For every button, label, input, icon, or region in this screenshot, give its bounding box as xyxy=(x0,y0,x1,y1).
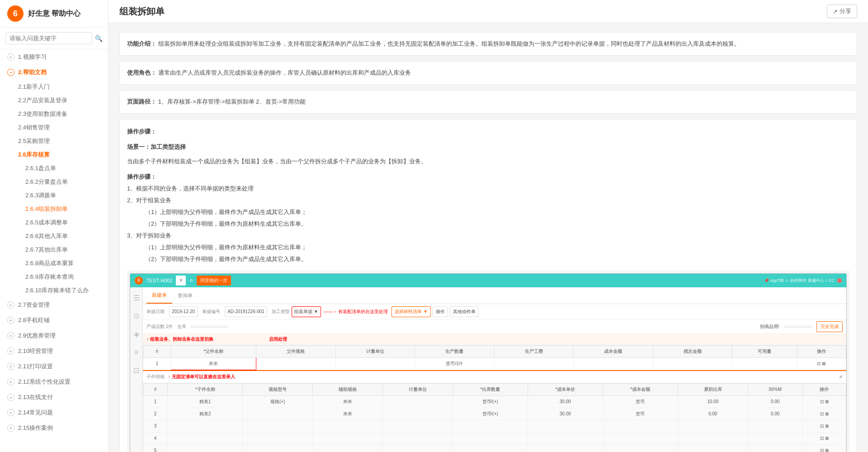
collapse-icon: − xyxy=(7,69,14,76)
sidebar-item-mobile[interactable]: + 2.8手机旺铺 xyxy=(0,313,108,328)
upper-table: # *父件名称 父件规格 计量单位 生产数量 生产工费 成本金额 残次金额 xyxy=(143,345,846,370)
tab-new[interactable]: 新建单 xyxy=(146,287,172,304)
lower-table-row: 5⊡ ⊠ xyxy=(143,445,846,452)
sidebar-item-pay[interactable]: + 2.13在线支付 xyxy=(0,390,108,405)
app-titlebar-id: TEST-H002 xyxy=(146,276,172,285)
sidebar-item-cases[interactable]: + 2.15操作案例 xyxy=(0,420,108,436)
sidebar-item-ops[interactable]: + 2.10经营管理 xyxy=(0,343,108,359)
step2-2: （2）下部明细为子件明细，最终作为原材料生成其它出库单。 xyxy=(127,218,849,230)
upper-td-name[interactable]: 米米 xyxy=(171,358,256,370)
sidebar-item-label: 2.帮助文档 xyxy=(18,68,47,76)
sidebar-item-label: 2.13在线支付 xyxy=(18,393,53,401)
sidebar-item-new[interactable]: 2.1新手入门 xyxy=(0,80,108,94)
close-icon[interactable] xyxy=(837,278,842,283)
sidebar-item-custom[interactable]: + 2.12系统个性化设置 xyxy=(0,374,108,390)
form-no-label: 单据编号 xyxy=(202,307,220,316)
sidebar-item-faq[interactable]: + 2.14常见问题 xyxy=(0,405,108,420)
step3-1: （1）上部明细为父件明细，最终作为原材料生成其它出库单； xyxy=(127,242,849,253)
app-dropdown: ▼ xyxy=(176,276,186,285)
sidebar-item-2.6.4[interactable]: 2.6.4组装拆卸单 xyxy=(0,202,108,216)
upper-th-seq: # xyxy=(143,346,171,358)
logo-icon: 6 xyxy=(7,5,24,22)
sidebar-item-2.6.10[interactable]: 2.6.10库存账本错了么办 xyxy=(0,284,108,297)
sidebar-item-label: 2.11打印设置 xyxy=(18,362,53,371)
expand-icon: + xyxy=(7,301,14,309)
sidebar-item-warehouse[interactable]: 2.6库存核算 xyxy=(0,148,108,162)
sidebar-item-purchase[interactable]: 2.5采购管理 xyxy=(0,134,108,148)
sidebar-item-2.6.9[interactable]: 2.6.9库存账本查询 xyxy=(0,270,108,284)
content-area: 功能介绍： 组装拆卸单用来处理企业组装或拆卸等加工业务，支持有固定装配清单的产品… xyxy=(108,23,868,452)
sidebar-item-finance[interactable]: + 2.7资金管理 xyxy=(0,297,108,313)
sidebar-item-video[interactable]: + 1.视频学习 xyxy=(0,49,108,65)
sidebar-item-install[interactable]: 2.2产品安装及登录 xyxy=(0,94,108,107)
btn-confirm[interactable]: 完全完成 xyxy=(816,321,843,332)
upper-th-fee: 生产工费 xyxy=(494,346,574,358)
form-date-label: 单据日期 xyxy=(146,307,165,316)
role-text: 通常由生产人员或库管人员完成拆装业务的操作，库管人员确认原材料的出库和产成品的入… xyxy=(158,69,411,76)
sidebar-item-label: 2.14常见问题 xyxy=(18,409,53,417)
sidebar-item-2.6.2[interactable]: 2.6.2分量盘点单 xyxy=(0,175,108,189)
sidebar-item-sales[interactable]: 2.4销售管理 xyxy=(0,121,108,134)
expand-icon: + xyxy=(7,347,14,355)
btn-select-material[interactable]: 选择材料清单 ▼ xyxy=(392,306,431,317)
form-type-label: 加工类型 xyxy=(272,307,290,316)
lower-table-row: 3⊡ ⊠ xyxy=(143,420,846,433)
upper-th-waste: 残次金额 xyxy=(653,346,732,358)
sidebar-item-print[interactable]: + 2.11打印设置 xyxy=(0,359,108,374)
search-input[interactable] xyxy=(5,32,92,44)
form-type-select[interactable]: 组装单据 ▼ xyxy=(292,306,321,317)
form-no-value[interactable]: AD-20191226-001 xyxy=(225,306,267,317)
btn-action2[interactable]: 其他动作单 xyxy=(450,306,479,317)
share-button[interactable]: ↗ 分享 xyxy=(827,5,857,18)
search-button[interactable]: 🔍 xyxy=(95,35,103,42)
sidebar-item-label: 2.7资金管理 xyxy=(18,301,50,309)
app-simulation: 6 TEST-H002 ▼ ⚙ 同里都的一次 📌 AppT助 ☺ 好的帮你 客服… xyxy=(130,273,847,452)
btn-action1[interactable]: 操作 xyxy=(433,306,448,317)
app-orange-btn[interactable]: 同里都的一次 xyxy=(197,276,231,285)
form-right-input[interactable] xyxy=(784,326,812,328)
app-sidebar-icon1: ☰ xyxy=(133,291,140,305)
lower-table: # *子件名称 规格型号 辅助规格 计量单位 *出库数量 *成本单价 xyxy=(143,383,846,452)
step1: 1、根据不同的业务，选择不同单据的类型来处理 xyxy=(127,183,849,195)
table-row: 1 米米 货币/1仟 xyxy=(143,358,846,370)
sidebar-item-data[interactable]: 2.3使用前数据准备 xyxy=(0,107,108,121)
app-sidebar-icon2: ⊙ xyxy=(133,309,139,324)
form-factory-label: 仓库 xyxy=(177,322,186,331)
sidebar-item-2.6.8[interactable]: 2.6.8商品成本重算 xyxy=(0,257,108,270)
share-label: 分享 xyxy=(840,7,851,15)
app-logo: 6 xyxy=(135,276,143,285)
form-right-label: 别填品用! xyxy=(760,322,779,331)
app-sidebar-icon3: ◈ xyxy=(134,327,139,342)
step2-1: （1）上部明细为父件明细，最终作为产成品生成其它入库单； xyxy=(127,206,849,218)
sidebar-item-docs[interactable]: − 2.帮助文档 xyxy=(0,65,108,80)
form-count-label: 产成品数 1件 xyxy=(146,322,173,331)
scene1-label: 场景一：加工类型选择 xyxy=(127,143,186,150)
tab-query[interactable]: 查询单 xyxy=(172,288,198,303)
form-date-value[interactable]: 2019-12-20 xyxy=(169,306,198,317)
nav-section: + 1.视频学习 − 2.帮助文档 2.1新手入门 2.2产品安装及登录 2.3… xyxy=(0,49,108,436)
sidebar-item-2.6.6[interactable]: 2.6.6其他入库单 xyxy=(0,229,108,243)
sidebar-item-label: 2.12系统个性化设置 xyxy=(18,378,71,386)
sidebar-item-coupon[interactable]: + 2.9优惠券管理 xyxy=(0,328,108,343)
upper-th-avail: 可用量 xyxy=(732,346,797,358)
sidebar-header: 6 好生意 帮助中心 xyxy=(0,0,108,28)
feature-intro-block: 功能介绍： 组装拆卸单用来处理企业组装或拆卸等加工业务，支持有固定装配清单的产品… xyxy=(119,32,857,56)
lower-table-section: 子件明细 ↑ 无固定清单可以直接在这里录入 ⤢ xyxy=(143,370,846,452)
sidebar-item-label: 2.15操作案例 xyxy=(18,424,53,432)
app-sidebar-icon4: ≡ xyxy=(134,345,138,360)
path-text: 1、库存核算->库存管理->组装拆卸单 2、首页->常用功能 xyxy=(158,98,306,105)
form-factory-input[interactable] xyxy=(191,326,228,328)
sidebar-item-2.6.7[interactable]: 2.6.7其他出库单 xyxy=(0,243,108,257)
lower-expand-icon: ⤢ xyxy=(839,372,843,381)
upper-th-qty: 生产数量 xyxy=(415,346,495,358)
steps-heading: 操作步骤： xyxy=(127,171,849,183)
logo-title: 好生意 帮助中心 xyxy=(28,9,80,19)
expand-icon: + xyxy=(7,409,14,416)
upper-th-cost: 成本金额 xyxy=(574,346,653,358)
sidebar-item-2.6.1[interactable]: 2.6.1盘点单 xyxy=(0,162,108,175)
role-block: 使用角色： 通常由生产人员或库管人员完成拆装业务的操作，库管人员确认原材料的出库… xyxy=(119,61,857,85)
sidebar-item-2.6.5[interactable]: 2.6.5成本调整单 xyxy=(0,216,108,229)
lower-table-label: 子件明细 xyxy=(146,372,165,381)
topbar: 组装拆卸单 ↗ 分享 xyxy=(108,0,868,23)
sidebar-item-2.6.3[interactable]: 2.6.3调拨单 xyxy=(0,189,108,202)
